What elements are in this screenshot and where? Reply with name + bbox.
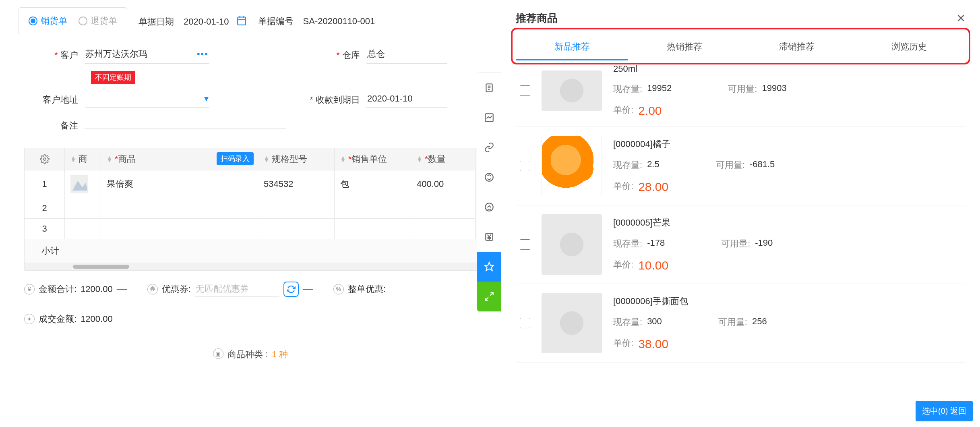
refresh-coupon-button[interactable] xyxy=(283,282,299,297)
tool-swap-icon[interactable] xyxy=(477,162,501,192)
remark-input[interactable] xyxy=(85,123,286,129)
row-index: 1 xyxy=(25,170,65,198)
deal-label: 成交金额: xyxy=(39,313,76,325)
address-input[interactable]: ▾ xyxy=(85,92,209,108)
doc-type-radio-group: 销货单 退货单 xyxy=(19,7,127,34)
dash-icon: — xyxy=(117,283,127,295)
tool-yen-icon[interactable] xyxy=(477,222,501,252)
product-title: [0000006]手撕面包 xyxy=(613,295,966,307)
deal-value: 1200.00 xyxy=(81,314,113,324)
col-image[interactable]: ▲▼商 xyxy=(65,148,101,170)
coupon-input[interactable]: 无匹配优惠券 xyxy=(195,281,279,297)
row-spec[interactable]: 534532 xyxy=(258,170,335,198)
row-qty[interactable] xyxy=(411,219,476,239)
row-qty[interactable]: 400.00 xyxy=(411,170,476,198)
tool-expand-icon[interactable] xyxy=(477,282,501,311)
warehouse-input[interactable]: 总仓 xyxy=(366,46,447,64)
row-unit[interactable] xyxy=(335,198,411,219)
row-unit[interactable] xyxy=(335,219,411,239)
product-item[interactable]: [0000006]手撕面包 现存量:300 可用量:256 单价:38.00 xyxy=(516,284,966,363)
tool-star-icon[interactable] xyxy=(477,252,501,282)
product-item[interactable]: [0000005]芒果 现存量:-178 可用量:-190 单价:10.00 xyxy=(516,205,966,284)
product-thumb xyxy=(542,214,602,275)
chevron-down-icon[interactable]: ▾ xyxy=(204,93,209,104)
sku-value: 1 种 xyxy=(272,348,288,361)
svg-line-17 xyxy=(485,297,488,301)
product-thumb xyxy=(542,70,602,111)
product-thumb xyxy=(542,293,602,353)
radio-return[interactable]: 退货单 xyxy=(79,15,117,27)
col-unit[interactable]: ▲▼* 销售单位 xyxy=(335,148,411,170)
tab-hot[interactable]: 热销推荐 xyxy=(628,33,740,60)
customer-tag: 不固定账期 xyxy=(91,71,135,84)
panel-title: 推荐商品 xyxy=(516,11,558,25)
row-unit[interactable]: 包 xyxy=(335,170,411,198)
col-product[interactable]: ▲▼* 商品扫码录入 xyxy=(101,148,258,170)
h-scrollbar[interactable] xyxy=(25,263,484,270)
scan-entry-button[interactable]: 扫码录入 xyxy=(217,152,254,165)
tool-home-icon[interactable] xyxy=(477,192,501,222)
table-settings-button[interactable] xyxy=(25,148,65,170)
tab-new[interactable]: 新品推荐 xyxy=(516,33,628,60)
radio-return-label: 退货单 xyxy=(91,15,117,27)
bottom-summary: ▣ 商品种类 : 1 种 xyxy=(0,329,501,361)
coupon-icon: 券 xyxy=(147,284,158,294)
row-thumb[interactable] xyxy=(65,170,101,198)
line-items-table: ▲▼商 ▲▼* 商品扫码录入 ▲▼规格型号 ▲▼* 销售单位 ▲▼* 数量 1 … xyxy=(24,148,485,271)
svg-point-19 xyxy=(560,233,583,256)
radio-sale[interactable]: 销货单 xyxy=(29,15,67,27)
product-checkbox[interactable] xyxy=(520,85,530,96)
row-index: 2 xyxy=(25,198,65,219)
radio-dot-icon xyxy=(29,17,37,25)
product-title: 250ml xyxy=(613,64,966,74)
col-qty[interactable]: ▲▼* 数量 xyxy=(411,148,476,170)
subtotal-label: 小计 xyxy=(30,245,70,257)
ellipsis-icon[interactable]: ••• xyxy=(197,49,209,59)
product-checkbox[interactable] xyxy=(520,318,530,328)
order-discount[interactable]: % 整单优惠: xyxy=(333,283,386,295)
sort-icon: ▲▼ xyxy=(107,156,112,162)
sort-icon: ▲▼ xyxy=(417,156,422,162)
scrollbar-thumb[interactable] xyxy=(73,265,129,269)
product-item[interactable]: [0000004]橘子 现存量:2.5 可用量:-681.5 单价:28.00 xyxy=(516,127,966,205)
warehouse-value: 总仓 xyxy=(367,48,385,60)
row-spec[interactable] xyxy=(258,219,335,239)
package-icon: ▣ xyxy=(213,348,223,359)
col-spec[interactable]: ▲▼规格型号 xyxy=(258,148,335,170)
product-list[interactable]: 250ml 现存量:19952 可用量:19903 单价:2.00 [00000… xyxy=(501,64,980,427)
row-qty[interactable] xyxy=(411,198,476,219)
selected-return-button[interactable]: 选中(0) 返回 xyxy=(916,401,973,421)
tool-chart-icon[interactable] xyxy=(477,103,501,133)
product-checkbox[interactable] xyxy=(520,161,530,171)
calendar-icon[interactable] xyxy=(236,15,247,28)
product-title: [0000004]橘子 xyxy=(613,138,966,150)
svg-point-13 xyxy=(485,203,493,211)
product-item[interactable]: 250ml 现存量:19952 可用量:19903 单价:2.00 xyxy=(516,64,966,127)
sort-icon: ▲▼ xyxy=(264,156,269,162)
doc-no-group: 单据编号 SA-20200110-001 xyxy=(258,7,375,27)
due-input[interactable]: 2020-01-10 xyxy=(366,92,447,108)
svg-point-20 xyxy=(560,311,583,335)
radio-dot-icon xyxy=(79,17,87,25)
row-thumb[interactable] xyxy=(65,219,101,239)
tool-link-icon[interactable] xyxy=(477,133,501,162)
row-product[interactable]: 果倍爽 xyxy=(101,170,258,198)
due-value: 2020-01-10 xyxy=(367,93,413,104)
tool-doc-icon[interactable] xyxy=(477,73,501,103)
row-product[interactable] xyxy=(101,219,258,239)
row-product[interactable] xyxy=(101,198,258,219)
product-thumb xyxy=(542,136,602,196)
total-label: 金额合计: xyxy=(39,283,76,295)
customer-input[interactable]: 苏州万达沃尔玛 ••• xyxy=(85,46,209,64)
total-amount: ¥ 金额合计: 1200.00 — xyxy=(24,283,127,295)
close-icon[interactable]: ✕ xyxy=(956,12,966,25)
product-checkbox[interactable] xyxy=(520,239,530,250)
tab-slow[interactable]: 滞销推荐 xyxy=(741,33,853,60)
doc-date-value[interactable]: 2020-01-10 xyxy=(184,17,229,27)
sku-label: 商品种类 : xyxy=(227,348,268,361)
deal-amount: ✦ 成交金额: 1200.00 xyxy=(24,313,485,325)
row-thumb[interactable] xyxy=(65,198,101,219)
row-spec[interactable] xyxy=(258,198,335,219)
tab-history[interactable]: 浏览历史 xyxy=(853,33,966,60)
radio-sale-label: 销货单 xyxy=(41,15,67,27)
